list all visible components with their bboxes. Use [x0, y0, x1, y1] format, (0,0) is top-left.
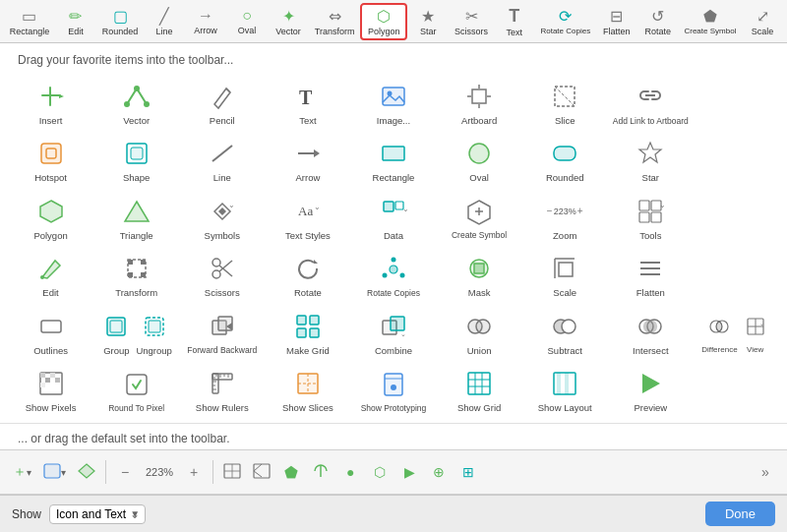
- dt-a6[interactable]: ⬡: [366, 455, 394, 489]
- dt-a7[interactable]: ▶: [395, 455, 423, 489]
- tool-show-slices[interactable]: Show Slices: [265, 362, 350, 419]
- text-icon: T: [509, 6, 519, 27]
- dt-a8[interactable]: ⊕: [425, 455, 453, 489]
- toolbar-oval[interactable]: ○ Oval: [226, 3, 268, 40]
- tool-text[interactable]: T Text: [265, 75, 350, 132]
- tool-outlines[interactable]: Outlines: [8, 305, 93, 362]
- dt-symbols[interactable]: [73, 455, 100, 489]
- show-select[interactable]: Icon and Text Icon Only Text Only: [49, 504, 146, 524]
- tool-zoom[interactable]: − 223% + Zoom: [522, 190, 608, 247]
- tool-tools[interactable]: ⌄ Tools: [608, 190, 694, 247]
- dt-layers[interactable]: ▾: [38, 455, 71, 489]
- svg-point-55: [390, 266, 397, 273]
- tool-rectangle[interactable]: Rectangle: [350, 132, 436, 189]
- tool-union[interactable]: Union: [437, 305, 522, 362]
- tool-combine[interactable]: ⌄ Combine: [350, 305, 436, 362]
- svg-rect-60: [474, 264, 484, 273]
- toolbar-polygon[interactable]: ⬡ Polygon: [360, 3, 407, 40]
- dt-insert[interactable]: ＋ ▾: [8, 455, 36, 489]
- toolbar-rotate[interactable]: ↺ Rotate: [637, 3, 679, 40]
- tool-round-to-pixel[interactable]: Round To Pixel: [93, 362, 179, 419]
- tool-scissors[interactable]: Scissors: [179, 247, 265, 304]
- tool-diff-view[interactable]: Difference ⌄ View: [694, 305, 779, 362]
- toolbar-transform[interactable]: ⇔ Transform: [309, 3, 360, 40]
- tool-show-grid[interactable]: Show Grid: [437, 362, 522, 419]
- tool-symbols[interactable]: ⌄ Symbols: [179, 190, 265, 247]
- tool-hotspot[interactable]: Hotspot: [8, 132, 93, 189]
- toolbar-vector[interactable]: ✦ Vector: [268, 3, 309, 40]
- dt-zoom-value[interactable]: 223%: [141, 455, 178, 489]
- dt-a3[interactable]: ⬟: [277, 455, 305, 489]
- tool-artboard[interactable]: Artboard: [437, 75, 522, 132]
- toolbar-create-symbol[interactable]: ⬟ Create Symbol: [679, 3, 742, 40]
- show-select-wrap[interactable]: Icon and Text Icon Only Text Only ▼: [49, 504, 146, 524]
- dt-a2[interactable]: [248, 455, 275, 489]
- create-symbol-icon: ⬟: [703, 7, 717, 26]
- tool-polygon[interactable]: Polygon: [8, 190, 93, 247]
- toolbar-star[interactable]: ★ Star: [407, 3, 449, 40]
- tool-add-link[interactable]: Add Link to Artboard: [608, 75, 694, 132]
- toolbar-flatten[interactable]: ⊟ Flatten: [596, 3, 637, 40]
- tool-subtract[interactable]: Subtract: [522, 305, 608, 362]
- tool-preview[interactable]: Preview: [608, 362, 694, 419]
- tool-line[interactable]: Line: [179, 132, 265, 189]
- toolbar-scissors[interactable]: ✂ Scissors: [449, 3, 494, 40]
- tool-shape[interactable]: Shape: [93, 132, 179, 189]
- toolbar-scale-label: Scale: [752, 27, 774, 36]
- tool-flatten[interactable]: Flatten: [608, 247, 694, 304]
- toolbar-rotate-copies[interactable]: ⟳ Rotate Copies: [535, 3, 596, 40]
- tool-edit[interactable]: Edit: [8, 247, 93, 304]
- dt-a6-icon: ⬡: [374, 464, 386, 480]
- toolbar-line[interactable]: ╱ Line: [144, 3, 185, 40]
- dt-plus[interactable]: +: [180, 455, 208, 489]
- dt-more[interactable]: »: [752, 455, 779, 489]
- tool-forward-backward[interactable]: Forward Backward: [179, 305, 265, 362]
- tool-show-rulers[interactable]: Show Rulers: [179, 362, 265, 419]
- tool-make-grid[interactable]: Make Grid: [265, 305, 350, 362]
- rectangle-icon2: [378, 138, 409, 169]
- tool-rotate[interactable]: Rotate: [265, 247, 350, 304]
- tool-arrow[interactable]: Arrow: [265, 132, 350, 189]
- polygon-icon: ⬡: [377, 7, 391, 26]
- svg-rect-42: [651, 212, 661, 222]
- tool-show-prototyping[interactable]: Show Prototyping: [350, 362, 436, 419]
- tool-rounded-label: Rounded: [546, 172, 584, 183]
- tool-star[interactable]: Star: [608, 132, 694, 189]
- done-button[interactable]: Done: [705, 502, 775, 526]
- toolbar-rectangle[interactable]: ▭ Rectangle: [4, 3, 55, 40]
- tool-show-layout[interactable]: Show Layout: [522, 362, 608, 419]
- tool-pencil[interactable]: Pencil: [179, 75, 265, 132]
- toolbar-rounded[interactable]: ▢ Rounded: [96, 3, 144, 40]
- tool-intersect[interactable]: Intersect: [608, 305, 694, 362]
- tool-data[interactable]: ⌄ Data: [350, 190, 436, 247]
- dt-a5[interactable]: ●: [336, 455, 364, 489]
- toolbar-edit[interactable]: ✏ Edit: [55, 3, 96, 40]
- toolbar-vector-label: Vector: [275, 27, 301, 36]
- toolbar-scale[interactable]: ⤢ Scale: [742, 3, 783, 40]
- tool-oval[interactable]: Oval: [437, 132, 522, 189]
- tool-mask[interactable]: Mask: [437, 247, 522, 304]
- dt-minus[interactable]: −: [111, 455, 139, 489]
- edit-icon: ✏: [69, 7, 82, 26]
- dt-a1[interactable]: [218, 455, 246, 489]
- tool-scale[interactable]: Scale: [522, 247, 608, 304]
- tool-insert[interactable]: Insert: [8, 75, 93, 132]
- toolbar-text[interactable]: T Text: [494, 3, 535, 40]
- tool-triangle[interactable]: Triangle: [93, 190, 179, 247]
- tool-rotate-copies[interactable]: Rotate Copies: [350, 247, 436, 304]
- toolbar-arrow[interactable]: → Arrow: [185, 3, 226, 40]
- svg-marker-125: [642, 374, 660, 393]
- tool-transform[interactable]: Transform: [93, 247, 179, 304]
- dt-a9[interactable]: ⊞: [454, 455, 482, 489]
- tool-show-pixels[interactable]: Show Pixels: [8, 362, 93, 419]
- tool-image[interactable]: Image...: [350, 75, 436, 132]
- tool-text-styles[interactable]: Aa⌄ Text Styles: [265, 190, 350, 247]
- tool-rounded[interactable]: Rounded: [522, 132, 608, 189]
- tool-slice[interactable]: Slice: [522, 75, 608, 132]
- make-grid-icon: [292, 311, 324, 342]
- pencil-icon: [207, 81, 238, 112]
- tool-create-symbol[interactable]: Create Symbol: [437, 190, 522, 247]
- tool-vector[interactable]: Vector: [93, 75, 179, 132]
- tool-group-ungroup[interactable]: Group Ungroup: [93, 305, 179, 362]
- dt-a4[interactable]: [307, 455, 334, 489]
